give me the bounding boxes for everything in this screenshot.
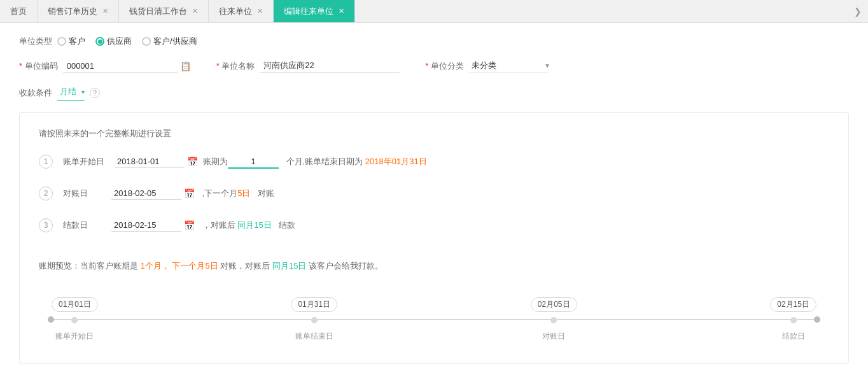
timeline-right-dot (814, 316, 820, 323)
tab-label: 编辑往来单位 (284, 6, 333, 17)
unit-code-input[interactable] (63, 60, 178, 73)
tab-label: 往来单位 (219, 6, 252, 17)
timeline-dot-1 (71, 317, 78, 323)
unit-category-value: 未分类 (469, 59, 545, 73)
timeline-item-2: 01月31日 账单结束日 (291, 297, 337, 342)
timeline-badge-1: 01月01日 (52, 297, 98, 312)
tab-close-cash[interactable]: ✕ (192, 7, 198, 15)
unit-name-input[interactable] (260, 60, 400, 73)
timeline-dot-4 (790, 317, 797, 323)
step-3-highlight: 同月15日 (237, 220, 271, 231)
preview-end: 该客户会给我打款。 (309, 261, 383, 271)
timeline-badge-4: 02月15日 (770, 297, 816, 312)
tab-more-arrow[interactable]: ❯ (848, 6, 868, 17)
radio-supplier-circle (95, 37, 104, 46)
step-2-desc-before: ,下一个月 (200, 188, 237, 199)
radio-supplier-label: 供应商 (107, 36, 132, 47)
tab-partner-unit[interactable]: 往来单位 ✕ (209, 0, 274, 22)
unit-code-group: 单位编码 📋 (19, 60, 191, 73)
preview-part2: 下一个月5日 (172, 261, 218, 271)
help-icon[interactable]: ? (90, 88, 100, 98)
timeline-items: 01月01日 账单开始日 01月31日 账单结束日 02月05日 对账日 (52, 297, 816, 342)
timeline-badge-2: 01月31日 (291, 297, 337, 312)
unit-type-radio-group: 客户 供应商 客户/供应商 (57, 36, 197, 47)
unit-type-label: 单位类型 (19, 36, 52, 47)
step-3-row: 3 结款日 📅 ，对账后 同月15日 结款 (39, 218, 829, 232)
step-2-label: 对账日 (63, 188, 101, 199)
payment-term-label: 收款条件 (19, 87, 52, 99)
unit-name-group: 单位名称 (216, 60, 400, 73)
timeline-item-3: 02月05日 对账日 (531, 297, 577, 342)
timeline-dot-2 (311, 317, 318, 323)
settings-card: 请按照未来的一个完整帐期进行设置 1 账单开始日 📅 账期为 个月,账单结束日期… (19, 112, 849, 364)
tab-home[interactable]: 首页 (0, 0, 38, 22)
radio-customer[interactable]: 客户 (57, 36, 85, 47)
step-1-calendar-icon[interactable]: 📅 (187, 157, 198, 167)
step-1-row: 1 账单开始日 📅 账期为 个月,账单结束日期为 2018年01月31日 (39, 155, 829, 169)
tab-home-label: 首页 (10, 6, 27, 17)
unit-code-label: 单位编码 (19, 60, 58, 72)
radio-supplier[interactable]: 供应商 (95, 36, 132, 47)
step-2-date-input[interactable] (111, 187, 181, 200)
preview-section: 账期预览：当前客户账期是 1个月， 下一个月5日 对账，对账后 同月15日 该客… (39, 250, 829, 348)
tab-close-partner[interactable]: ✕ (257, 7, 263, 15)
step-2-highlight: 5日 (237, 188, 250, 199)
tab-sales-order-history[interactable]: 销售订单历史 ✕ (38, 0, 119, 22)
main-content: 单位类型 客户 供应商 客户/供应商 单位编码 📋 单位名称 (0, 23, 868, 387)
tab-close-sales[interactable]: ✕ (102, 7, 108, 15)
radio-customer-label: 客户 (69, 36, 85, 47)
step-3-desc-before: ，对账后 (200, 220, 237, 231)
preview-middle: 对账，对账后 (220, 261, 270, 271)
step-1-desc-before: 账期为 (203, 156, 228, 167)
step-1-desc-after: 个月,账单结束日期为 (284, 156, 365, 167)
step-1-date-input[interactable] (115, 155, 185, 168)
timeline-dot-3 (550, 317, 557, 323)
radio-both-label: 客户/供应商 (153, 36, 197, 47)
step-2-num: 2 (39, 186, 53, 201)
preview-part3: 同月15日 (272, 261, 306, 271)
step-1-label: 账单开始日 (63, 156, 104, 167)
unit-name-label: 单位名称 (216, 60, 255, 72)
payment-term-value: 月结 (57, 85, 79, 99)
step-3-calendar-icon[interactable]: 📅 (184, 220, 195, 230)
tab-label: 销售订单历史 (48, 6, 97, 17)
step-1-num: 1 (39, 155, 53, 169)
tab-bar: 首页 销售订单历史 ✕ 钱货日清工作台 ✕ 往来单位 ✕ 编辑往来单位 ✕ ❯ (0, 0, 868, 23)
unit-category-select[interactable]: 未分类 ▾ (469, 59, 549, 73)
timeline-badge-3: 02月05日 (531, 297, 577, 312)
step-3-label: 结款日 (63, 220, 101, 231)
step-1-month-input[interactable] (228, 155, 279, 169)
payment-term-row: 收款条件 月结 ▾ ? (19, 85, 849, 101)
unit-fields-row: 单位编码 📋 单位名称 单位分类 未分类 ▾ (19, 59, 849, 73)
step-3-date-input[interactable] (111, 219, 181, 232)
timeline-sublabel-2: 账单结束日 (295, 331, 333, 342)
radio-customer-circle (57, 37, 66, 46)
radio-both-circle (142, 37, 151, 46)
copy-icon[interactable]: 📋 (180, 61, 191, 71)
preview-text: 账期预览：当前客户账期是 1个月， 下一个月5日 对账，对账后 同月15日 该客… (39, 260, 829, 272)
timeline-container: 01月01日 账单开始日 01月31日 账单结束日 02月05日 对账日 (39, 291, 829, 348)
step-2-row: 2 对账日 📅 ,下一个月 5日 对账 (39, 186, 829, 201)
unit-category-group: 单位分类 未分类 ▾ (425, 59, 549, 73)
timeline-sublabel-3: 对账日 (542, 331, 565, 342)
step-3-desc-after: 结款 (277, 220, 296, 231)
payment-term-select[interactable]: 月结 ▾ (57, 85, 85, 101)
timeline-sublabel-1: 账单开始日 (55, 331, 94, 342)
preview-label: 账期预览：当前客户账期是 (39, 261, 138, 271)
tab-close-edit[interactable]: ✕ (339, 7, 344, 15)
unit-category-label: 单位分类 (425, 60, 464, 72)
step-3-num: 3 (39, 218, 53, 232)
unit-type-row: 单位类型 客户 供应商 客户/供应商 (19, 36, 849, 47)
step-1-end-date: 2018年01月31日 (365, 156, 427, 167)
timeline-item-4: 02月15日 结款日 (770, 297, 816, 342)
step-2-calendar-icon[interactable]: 📅 (184, 188, 195, 199)
radio-both[interactable]: 客户/供应商 (142, 36, 197, 47)
tab-edit-partner-unit[interactable]: 编辑往来单位 ✕ (274, 0, 355, 22)
card-instruction: 请按照未来的一个完整帐期进行设置 (39, 128, 829, 139)
timeline-item-1: 01月01日 账单开始日 (52, 297, 98, 342)
unit-category-arrow[interactable]: ▾ (545, 61, 549, 70)
preview-part1: 1个月， (141, 261, 170, 271)
payment-term-arrow[interactable]: ▾ (81, 88, 85, 95)
tab-cash-work[interactable]: 钱货日清工作台 ✕ (119, 0, 209, 22)
timeline-left-dot (48, 316, 54, 323)
